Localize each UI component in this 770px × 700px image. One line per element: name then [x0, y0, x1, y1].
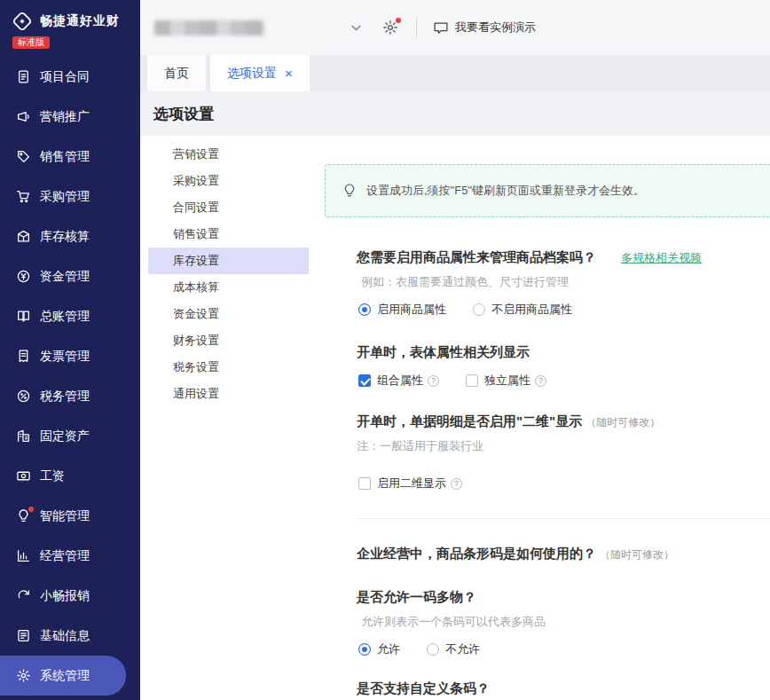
fixed-assets-icon [16, 429, 31, 444]
topbar: 我要看实例演示 [140, 0, 770, 55]
checkbox-label: 独立属性 [484, 373, 530, 389]
tab-option-settings[interactable]: 选项设置 × [210, 55, 310, 91]
settings-item-inventory[interactable]: 库存设置 [148, 248, 309, 274]
alert-text: 设置成功后,须按"F5"键刷新页面或重新登录才会生效。 [366, 183, 645, 199]
section-attribute-columns: 开单时，表体属性相关列显示 组合属性 独立属性 [357, 344, 770, 389]
topbar-divider [416, 18, 417, 37]
sidebar-item-sales[interactable]: 销售管理 [0, 137, 126, 177]
main-area: 我要看实例演示 首页 选项设置 × 选项设置 营销设置 采购设置 合同设置 销售… [140, 0, 770, 700]
help-icon[interactable] [451, 478, 462, 490]
settings-item-label: 采购设置 [173, 173, 219, 189]
note-text: 注：一般适用于服装行业 [357, 438, 770, 454]
section-product-attributes: 您需要启用商品属性来管理商品档案吗？ 多规格相关视频 例如：衣服需要通过颜色、尺… [357, 249, 770, 318]
chat-bubble-icon [433, 20, 449, 35]
close-icon[interactable]: × [285, 67, 293, 80]
ledger-icon [16, 309, 31, 324]
radio-label: 允许 [377, 641, 400, 657]
help-icon[interactable] [535, 375, 546, 387]
chevron-down-icon [350, 21, 363, 35]
settings-item-label: 资金设置 [173, 306, 219, 322]
settings-item-tax[interactable]: 税务设置 [148, 354, 309, 381]
purchase-icon [16, 189, 31, 204]
inventory-icon [16, 229, 31, 244]
radio-disallow[interactable]: 不允许 [427, 641, 480, 657]
checkbox-independent-attr[interactable]: 独立属性 [466, 373, 546, 389]
radio-selected-icon [358, 643, 371, 656]
radio-allow[interactable]: 允许 [358, 641, 400, 657]
sidebar-item-label: 小畅报销 [40, 588, 90, 604]
tab-label: 首页 [164, 66, 189, 82]
sidebar-item-label: 固定资产 [40, 429, 90, 444]
sidebar-item-project-contract[interactable]: 项目合同 [0, 57, 126, 97]
page-title: 选项设置 [153, 104, 214, 124]
basic-info-icon [16, 628, 31, 643]
sidebar-item-reimbursement[interactable]: 小畅报销 [0, 576, 126, 616]
settings-item-purchase[interactable]: 采购设置 [148, 168, 309, 194]
settings-item-cost-accounting[interactable]: 成本核算 [148, 274, 309, 301]
sidebar-item-inventory[interactable]: 库存核算 [0, 216, 126, 256]
question-title: 是否支持自定义条码？ [357, 680, 490, 697]
checkbox-combined-attr[interactable]: 组合属性 [358, 373, 439, 389]
sidebar-item-label: 经营管理 [40, 548, 90, 564]
checkbox-checked-icon [358, 374, 371, 387]
question-title: 您需要启用商品属性来管理商品档案吗？ [357, 249, 596, 266]
settings-item-sales[interactable]: 销售设置 [148, 221, 309, 248]
checkbox-icon [358, 477, 371, 490]
reimbursement-icon [16, 588, 31, 603]
help-icon[interactable] [428, 375, 439, 387]
org-selector[interactable] [154, 20, 363, 35]
sidebar-item-label: 资金管理 [40, 269, 90, 285]
hint-text: 允许则表示一个条码可以代表多商品 [357, 614, 770, 630]
sidebar-item-system-management[interactable]: 系统管理 [0, 656, 126, 696]
settings-item-contract[interactable]: 合同设置 [148, 194, 309, 221]
settings-panel: 设置成功后,须按"F5"键刷新页面或重新登录才会生效。 您需要启用商品属性来管理… [309, 136, 770, 700]
sidebar-item-purchase[interactable]: 采购管理 [0, 177, 126, 216]
page-title-band: 选项设置 [140, 91, 770, 136]
radio-disable-product-attr[interactable]: 不启用商品属性 [473, 302, 572, 318]
brand-logo-icon [11, 10, 34, 33]
sidebar-item-basic-info[interactable]: 基础信息 [0, 616, 126, 656]
marketing-icon [16, 109, 31, 124]
business-management-icon [16, 548, 31, 563]
hint-text: 例如：衣服需要通过颜色、尺寸进行管理 [357, 274, 770, 290]
settings-gear-button[interactable] [381, 18, 400, 37]
question-title: 开单时，表体属性相关列显示 [357, 344, 530, 361]
sidebar-item-label: 系统管理 [40, 668, 90, 684]
sidebar-item-invoice[interactable]: 发票管理 [0, 336, 126, 376]
tab-home[interactable]: 首页 [147, 55, 206, 91]
app-title: 畅捷通好业财 [40, 13, 120, 29]
sidebar-item-label: 采购管理 [40, 189, 90, 205]
sidebar-item-smart-management[interactable]: 智能管理 [0, 496, 126, 536]
sidebar-item-salary[interactable]: 工资 [0, 456, 126, 496]
sidebar-item-general-ledger[interactable]: 总账管理 [0, 296, 126, 336]
tax-icon [16, 389, 31, 404]
settings-item-finance[interactable]: 财务设置 [148, 327, 309, 354]
sidebar-item-business-management[interactable]: 经营管理 [0, 536, 126, 576]
question-suffix: （随时可修改） [585, 415, 660, 430]
sidebar-item-label: 智能管理 [40, 508, 90, 524]
content-area: 营销设置 采购设置 合同设置 销售设置 库存设置 成本核算 资金设置 财务设置 … [140, 136, 770, 700]
checkbox-enable-2d-display[interactable]: 启用二维显示 [358, 476, 462, 492]
section-one-code-multi-item: 是否允许一码多物？ 允许则表示一个条码可以代表多商品 允许 不允许 [357, 589, 770, 657]
radio-label: 启用商品属性 [377, 302, 446, 318]
sidebar-item-marketing[interactable]: 营销推广 [0, 97, 126, 137]
lightbulb-icon [342, 183, 358, 199]
radio-enable-product-attr[interactable]: 启用商品属性 [358, 302, 446, 318]
settings-item-general[interactable]: 通用设置 [148, 381, 309, 407]
demo-link-label: 我要看实例演示 [455, 20, 536, 35]
multi-spec-video-link[interactable]: 多规格相关视频 [621, 250, 702, 266]
info-alert: 设置成功后,须按"F5"键刷新页面或重新登录才会生效。 [325, 164, 770, 217]
settings-item-label: 合同设置 [173, 200, 219, 216]
sidebar-item-label: 营销推广 [40, 109, 90, 125]
smart-management-icon [16, 508, 31, 523]
settings-item-marketing[interactable]: 营销设置 [148, 141, 309, 168]
checkbox-icon [466, 374, 478, 387]
settings-item-capital[interactable]: 资金设置 [148, 301, 309, 327]
question-suffix: （随时可修改） [600, 547, 674, 562]
invoice-icon [16, 349, 31, 364]
sidebar-item-tax[interactable]: 税务管理 [0, 376, 126, 416]
demo-link[interactable]: 我要看实例演示 [433, 20, 536, 35]
sidebar-item-capital[interactable]: 资金管理 [0, 256, 126, 296]
section-barcode-usage: 企业经营中，商品条形码是如何使用的？ （随时可修改） [357, 546, 770, 562]
sidebar-item-fixed-assets[interactable]: 固定资产 [0, 416, 126, 456]
